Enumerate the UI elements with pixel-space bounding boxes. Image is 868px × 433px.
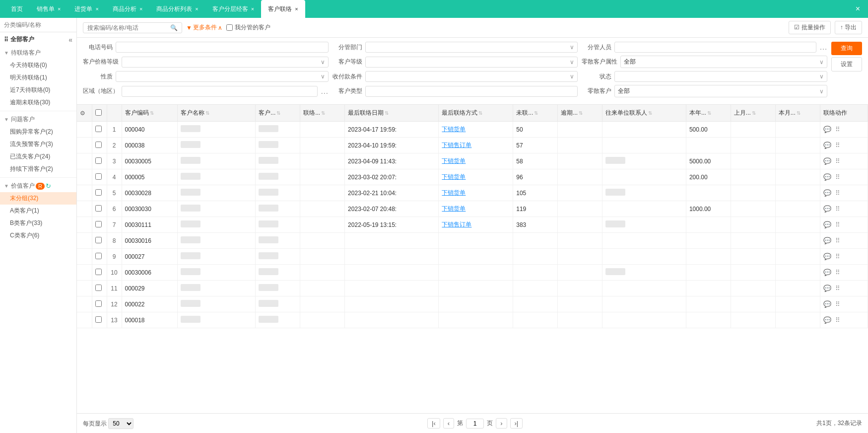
row-checkbox[interactable] bbox=[95, 237, 102, 243]
sidebar-item-declining[interactable]: 持续下滑客户(2) bbox=[0, 163, 76, 175]
cust-type-input[interactable] bbox=[365, 86, 578, 97]
batch-ops-button[interactable]: ☑ 批量操作 bbox=[789, 21, 830, 34]
page-number-input[interactable] bbox=[466, 419, 484, 429]
row-checkbox[interactable] bbox=[95, 285, 102, 291]
region-input[interactable] bbox=[122, 86, 318, 97]
search-icon[interactable]: 🔍 bbox=[170, 24, 178, 31]
my-customers-checkbox[interactable]: 我分管的客户 bbox=[226, 23, 270, 32]
row-checkbox[interactable] bbox=[95, 142, 102, 148]
manager-input[interactable] bbox=[614, 42, 816, 53]
sidebar-item-ungroup[interactable]: 末分组(32) bbox=[0, 192, 76, 205]
sidebar-group-problem[interactable]: ▼ 问题客户 bbox=[0, 113, 76, 126]
sidebar-group-value[interactable]: ▼ 价值客户 R ↻ bbox=[0, 180, 76, 192]
sidebar-item-class-b[interactable]: B类客户(33) bbox=[0, 217, 76, 229]
contact-type-link[interactable]: 下销售订单 bbox=[442, 142, 471, 148]
row-checkbox[interactable] bbox=[95, 173, 102, 180]
sidebar-item-tomorrow[interactable]: 明天待联络(1) bbox=[0, 72, 76, 84]
grid-action-icon[interactable]: ⠿ bbox=[835, 269, 840, 276]
chat-icon[interactable]: 💬 bbox=[823, 173, 831, 181]
reset-button[interactable]: 设置 bbox=[831, 57, 862, 72]
my-customers-check[interactable] bbox=[226, 24, 233, 31]
sidebar-item-overdue[interactable]: 逾期未联络(30) bbox=[0, 96, 76, 109]
tab-analysis-list-close[interactable]: × bbox=[195, 6, 198, 12]
region-dots-icon[interactable]: … bbox=[321, 87, 329, 95]
chat-icon[interactable]: 💬 bbox=[823, 300, 831, 308]
contact-type-link[interactable]: 下销货单 bbox=[442, 126, 466, 133]
sidebar-item-abnormal[interactable]: 囤购异常客户(2) bbox=[0, 126, 76, 138]
th-intercompany[interactable]: 往来单位联系人 ⇅ bbox=[602, 105, 686, 122]
th-this-year[interactable]: 本年... ⇅ bbox=[686, 105, 731, 122]
row-checkbox[interactable] bbox=[95, 157, 102, 164]
manager-dots-icon[interactable]: … bbox=[819, 43, 827, 51]
row-checkbox[interactable] bbox=[95, 253, 102, 259]
tab-customer-seg[interactable]: 客户分层经客 × bbox=[205, 0, 261, 18]
contact-type-link[interactable]: 下销货单 bbox=[442, 189, 466, 196]
row-checkbox[interactable] bbox=[95, 221, 102, 227]
tab-sales-close[interactable]: × bbox=[58, 6, 61, 12]
th-no-contact[interactable]: 未联... ⇅ bbox=[513, 105, 558, 122]
scattered-select[interactable]: 全部∨ bbox=[614, 85, 827, 97]
grid-action-icon[interactable]: ⠿ bbox=[835, 237, 840, 244]
grid-action-icon[interactable]: ⠿ bbox=[835, 285, 840, 292]
tab-purchase[interactable]: 进货单 × bbox=[67, 0, 105, 18]
sidebar-group-pending[interactable]: ▼ 待联络客户 bbox=[0, 47, 76, 59]
sidebar-item-churn-warning[interactable]: 流失预警客户(3) bbox=[0, 138, 76, 150]
chat-icon[interactable]: 💬 bbox=[823, 253, 831, 260]
sidebar-item-class-a[interactable]: A类客户(1) bbox=[0, 205, 76, 217]
contact-type-link[interactable]: 下销货单 bbox=[442, 157, 466, 164]
nav-close-button[interactable]: × bbox=[852, 4, 864, 13]
tab-purchase-close[interactable]: × bbox=[95, 6, 98, 12]
grid-action-icon[interactable]: ⠿ bbox=[835, 221, 840, 228]
tab-home[interactable]: 首页 bbox=[4, 0, 30, 18]
chat-icon[interactable]: 💬 bbox=[823, 285, 831, 292]
next-page-button[interactable]: › bbox=[496, 418, 507, 429]
grid-action-icon[interactable]: ⠿ bbox=[835, 300, 840, 308]
last-page-button[interactable]: ›| bbox=[510, 418, 523, 429]
th-this-month[interactable]: 本月... ⇅ bbox=[775, 105, 820, 122]
th-last-contact-date[interactable]: 最后联络日期 ⇅ bbox=[345, 105, 439, 122]
sidebar-collapse-icon[interactable]: « bbox=[68, 36, 72, 44]
tab-analysis-list[interactable]: 商品分析列表 × bbox=[149, 0, 205, 18]
price-level-select[interactable]: ∨ bbox=[122, 57, 329, 68]
sidebar-item-churned[interactable]: 已流失客户(24) bbox=[0, 150, 76, 163]
row-checkbox[interactable] bbox=[95, 269, 102, 275]
th-last-month[interactable]: 上月... ⇅ bbox=[731, 105, 775, 122]
chat-icon[interactable]: 💬 bbox=[823, 205, 831, 213]
chat-icon[interactable]: 💬 bbox=[823, 157, 831, 165]
chat-icon[interactable]: 💬 bbox=[823, 221, 831, 228]
grid-action-icon[interactable]: ⠿ bbox=[835, 316, 840, 324]
th-last-contact-type[interactable]: 最后联络方式 ⇅ bbox=[439, 105, 513, 122]
contact-type-link[interactable]: 下销货单 bbox=[442, 173, 466, 180]
query-button[interactable]: 查询 bbox=[831, 42, 862, 55]
prev-page-button[interactable]: ‹ bbox=[443, 418, 454, 429]
refresh-icon[interactable]: ↻ bbox=[46, 182, 51, 190]
settings-icon[interactable]: ⚙ bbox=[80, 110, 85, 117]
chat-icon[interactable]: 💬 bbox=[823, 237, 831, 244]
tab-sales[interactable]: 销售单 × bbox=[30, 0, 67, 18]
phone-input[interactable] bbox=[116, 42, 329, 53]
row-checkbox[interactable] bbox=[95, 189, 102, 196]
th-contact[interactable]: 联络... ⇅ bbox=[300, 105, 345, 122]
tab-analysis[interactable]: 商品分析 × bbox=[106, 0, 149, 18]
sidebar-all-customers[interactable]: ⠿ 全部客户 « bbox=[0, 32, 76, 47]
page-size-select[interactable]: 50 100 200 bbox=[108, 418, 134, 429]
sidebar-item-week[interactable]: 近7天待联络(0) bbox=[0, 84, 76, 96]
chat-icon[interactable]: 💬 bbox=[823, 269, 831, 276]
select-all-checkbox[interactable] bbox=[95, 109, 102, 116]
contact-type-link[interactable]: 下销货单 bbox=[442, 205, 466, 212]
grid-action-icon[interactable]: ⠿ bbox=[835, 126, 840, 133]
scattered-attr-select[interactable]: 全部∨ bbox=[620, 56, 827, 68]
chat-icon[interactable]: 💬 bbox=[823, 142, 831, 149]
sidebar-item-today[interactable]: 今天待联络(0) bbox=[0, 59, 76, 72]
contact-type-link[interactable]: 下销售订单 bbox=[442, 221, 471, 228]
tab-customer-contact[interactable]: 客户联络 × bbox=[261, 0, 305, 18]
th-code[interactable]: 客户编码 ⇅ bbox=[122, 105, 177, 122]
chat-icon[interactable]: 💬 bbox=[823, 189, 831, 197]
more-conditions-btn[interactable]: ▼ 更多条件 ∧ bbox=[186, 23, 222, 32]
cust-level-select[interactable]: ∨ bbox=[365, 57, 578, 68]
search-input[interactable] bbox=[87, 24, 168, 31]
tab-analysis-close[interactable]: × bbox=[139, 6, 142, 12]
row-checkbox[interactable] bbox=[95, 316, 102, 323]
payment-select[interactable]: ∨ bbox=[365, 71, 578, 82]
dept-select[interactable]: ∨ bbox=[365, 42, 578, 53]
